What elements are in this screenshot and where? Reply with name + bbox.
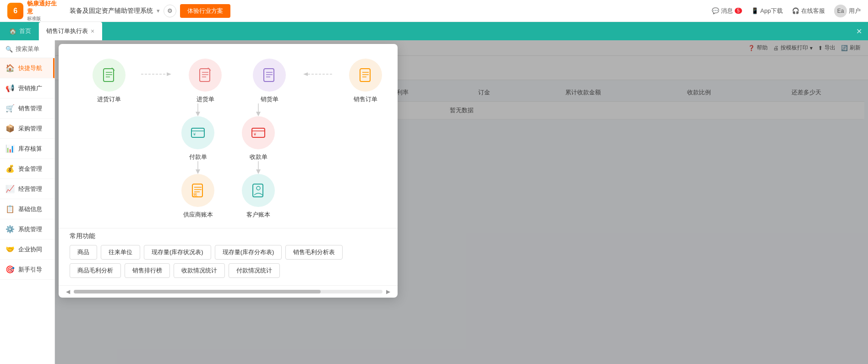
flow-item-sales-order[interactable]: 销售订单 (333, 59, 398, 103)
tab-sales-order-execution[interactable]: 销售订单执行表 × (39, 22, 102, 40)
headset-icon: 🎧 (792, 7, 799, 14)
svg-marker-5 (167, 72, 171, 76)
common-function-button[interactable]: 销售毛利分析表 (285, 245, 343, 260)
modal-overlay[interactable]: 进货订单 进货单 (55, 40, 868, 364)
customer-account-icon (242, 174, 275, 207)
purchase-bill-label: 进货单 (197, 95, 214, 103)
payment-bill-icon: ¥ (181, 116, 214, 149)
topbar: 6 畅康通好生意 标准版 装备及固定资产辅助管理系统 ▾ ⚙ 体验行业方案 💬 … (0, 0, 868, 22)
search-label: 搜索菜单 (16, 45, 39, 53)
svg-marker-33 (256, 169, 261, 174)
purchase-bill-icon (189, 59, 222, 92)
flow-item-supplier-account[interactable]: 账 供应商账本 (168, 174, 228, 219)
svg-rect-10 (264, 69, 274, 81)
flow-item-purchase-order[interactable]: 进货订单 (77, 59, 141, 103)
tab-home[interactable]: 🏠 首页 (2, 22, 39, 40)
receipt-bill-label: 收款单 (250, 153, 267, 161)
sidebar-item-newbie[interactable]: 🎯 新手引导 (0, 260, 55, 280)
svg-text:¥: ¥ (253, 132, 257, 136)
customer-account-label: 客户账本 (246, 211, 270, 219)
user-menu[interactable]: Ea 用户 (834, 5, 861, 17)
supplier-account-icon: 账 (181, 174, 214, 207)
purchase-order-label: 进货订单 (97, 95, 121, 103)
sidebar-item-finance[interactable]: 💰 资金管理 (0, 159, 55, 179)
common-functions-section: 常用功能 商品往来单位现存量(库存状况表)现存量(库存分布表)销售毛利分析表商品… (59, 228, 398, 285)
sidebar-item-inventory[interactable]: 📊 库存核算 (0, 139, 55, 159)
scroll-right-icon[interactable]: ▶ (386, 288, 390, 295)
settings-icon[interactable]: ⚙ (164, 5, 176, 17)
svg-marker-31 (196, 169, 200, 174)
app-download-button[interactable]: 📱 App下载 (751, 7, 783, 15)
svg-rect-0 (104, 69, 114, 81)
flow-item-receipt-bill[interactable]: ¥ 收款单 (228, 116, 289, 161)
flow-item-payment-bill[interactable]: ¥ 付款单 (168, 116, 228, 161)
cart-icon: 🛒 (5, 104, 15, 113)
common-function-button[interactable]: 商品毛利分析 (70, 263, 121, 278)
close-all-tabs-icon[interactable]: ✕ (850, 22, 868, 40)
purchase-order-icon (93, 59, 126, 92)
common-function-button[interactable]: 销售排行榜 (125, 263, 170, 278)
svg-point-40 (257, 186, 260, 190)
sidebar-item-marketing[interactable]: 📢 营销推广 (0, 78, 55, 98)
flow-item-sales-bill[interactable]: 销货单 (237, 59, 301, 103)
flow-section: 进货订单 进货单 (59, 44, 398, 228)
sidebar-item-operation[interactable]: 📈 经营管理 (0, 179, 55, 199)
common-function-button[interactable]: 现存量(库存分布表) (215, 245, 282, 260)
system-dropdown-icon[interactable]: ▾ (157, 7, 160, 14)
sidebar-item-purchase[interactable]: 📦 采购管理 (0, 119, 55, 139)
common-function-button[interactable]: 现存量(库存状况表) (144, 245, 211, 260)
message-badge: 5 (735, 8, 742, 14)
scroll-left-icon[interactable]: ◀ (66, 288, 70, 295)
sales-bill-icon (253, 59, 286, 92)
common-function-button[interactable]: 商品 (70, 245, 97, 260)
svg-rect-16 (360, 69, 370, 81)
tabbar: 🏠 首页 销售订单执行表 × ✕ (0, 22, 868, 40)
trend-icon: 📈 (5, 185, 15, 193)
topbar-system: 装备及固定资产辅助管理系统 ▾ ⚙ 体验行业方案 (70, 4, 712, 18)
sidebar-item-sales[interactable]: 🛒 销售管理 (0, 98, 55, 119)
sidebar-item-system[interactable]: ⚙️ 系统管理 (0, 219, 55, 239)
svg-text:账: 账 (193, 192, 197, 197)
svg-marker-14 (303, 72, 308, 76)
target-icon: 🎯 (5, 265, 15, 274)
logo: 6 畅康通好生意 标准版 (7, 0, 62, 22)
online-service-button[interactable]: 🎧 在线客服 (792, 7, 825, 15)
handshake-icon: 🤝 (5, 245, 15, 254)
common-function-button[interactable]: 收款情况统计 (174, 263, 225, 278)
message-icon: 💬 (712, 7, 719, 14)
experience-button[interactable]: 体验行业方案 (180, 4, 230, 18)
home-icon: 🏠 (9, 28, 16, 35)
system-name: 装备及固定资产辅助管理系统 (70, 7, 153, 15)
money-icon: 💰 (5, 164, 15, 173)
flow-item-purchase-bill[interactable]: 进货单 (173, 59, 237, 103)
sidebar-item-quick-nav[interactable]: 🏠 快捷导航 (0, 58, 55, 78)
sidebar-item-basic[interactable]: 📋 基础信息 (0, 199, 55, 219)
scrollbar-thumb (74, 290, 321, 293)
megaphone-icon: 📢 (5, 84, 15, 92)
common-function-button[interactable]: 付款情况统计 (229, 263, 280, 278)
scrollbar-track[interactable] (74, 290, 382, 293)
sales-order-icon (349, 59, 382, 92)
message-button[interactable]: 💬 消息 5 (712, 7, 742, 15)
chart-icon: 📊 (5, 144, 15, 153)
flow-item-customer-account[interactable]: 客户账本 (228, 174, 289, 219)
sidebar: 🔍 快捷导航 搜索菜单 🏠 快捷导航 📢 营销推广 🛒 销售管理 📦 采购管理 … (0, 40, 55, 364)
search-menu-button[interactable]: 🔍 快捷导航 搜索菜单 (0, 40, 55, 58)
common-functions-title: 常用功能 (70, 232, 387, 240)
content-area: ❓ 帮助 🖨 按模板打印 ▾ ⬆ 导出 🔄 刷新 📅 单据状态 ▾ 查询 (55, 40, 868, 364)
common-function-button[interactable]: 往来单位 (101, 245, 140, 260)
svg-rect-6 (200, 69, 210, 81)
supplier-account-label: 供应商账本 (183, 211, 213, 219)
svg-marker-23 (256, 112, 261, 116)
list-icon: 📋 (5, 205, 15, 213)
sidebar-item-cooperation[interactable]: 🤝 企业协同 (0, 239, 55, 260)
tab-close-icon[interactable]: × (91, 27, 94, 35)
topbar-right: 💬 消息 5 📱 App下载 🎧 在线客服 Ea 用户 (712, 5, 861, 17)
sales-order-label: 销售订单 (354, 95, 377, 103)
avatar: Ea (834, 5, 847, 17)
box-icon: 📦 (5, 124, 15, 133)
svg-text:¥: ¥ (193, 132, 196, 136)
modal-scrollbar: ◀ ▶ (59, 285, 398, 298)
payment-bill-label: 付款单 (189, 153, 207, 161)
home-icon: 🏠 (5, 64, 15, 72)
